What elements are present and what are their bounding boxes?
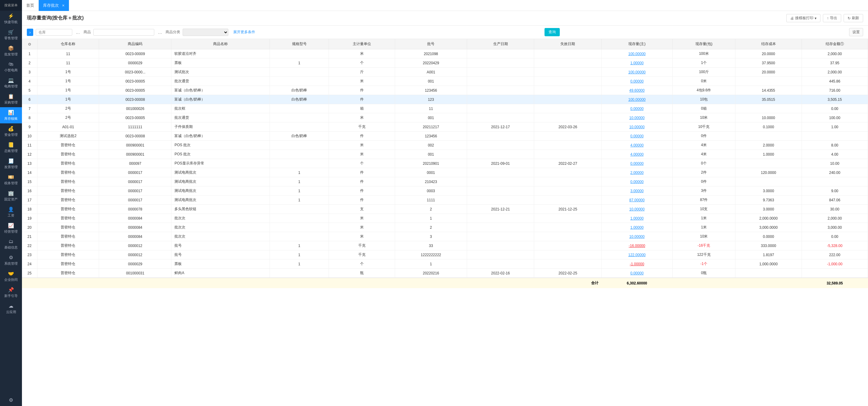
cell-unit-cost: 333.0000	[735, 241, 802, 250]
tab-home[interactable]: 首页	[22, 0, 39, 11]
sidebar-item-wholesale[interactable]: 📦 批发管理	[0, 43, 22, 59]
cell-batch: 001	[395, 77, 467, 86]
cell-qty-main[interactable]: 87.00000	[601, 196, 673, 205]
cell-qty-main[interactable]: 0.00000	[601, 159, 673, 168]
cell-qty-stock: 87件	[672, 196, 735, 205]
cell-batch: 0003	[395, 187, 467, 196]
cell-qty-main[interactable]: 2.00000	[601, 168, 673, 177]
refresh-button[interactable]: ↻ 刷新	[844, 14, 863, 22]
sidebar-item-basic[interactable]: 🗂 基础信息	[0, 236, 22, 252]
warehouse-input[interactable]	[36, 29, 72, 36]
print-button[interactable]: 🖨 接模板打印 ▾	[786, 14, 820, 22]
product-input[interactable]	[93, 29, 154, 36]
sidebar-item-ecom[interactable]: 💻 电商管理	[0, 75, 22, 91]
sidebar-item-asset[interactable]: 💰 资金管理	[0, 123, 22, 139]
sidebar-item-newbie[interactable]: 📌 新手引导	[0, 284, 22, 301]
cell-unit: 件	[329, 132, 395, 141]
cell-expire-date	[534, 104, 601, 113]
cell-qty-main[interactable]: 0.00000	[601, 77, 673, 86]
cell-qty-main[interactable]: 100.00000	[601, 95, 673, 104]
cell-qty-main[interactable]: 10.00000	[601, 113, 673, 123]
sidebar-item-general[interactable]: 📒 总账管理	[0, 139, 22, 156]
newbie-icon: 📌	[8, 287, 14, 293]
sidebar-search[interactable]: 搜索菜单	[0, 0, 22, 11]
sidebar-item-purchase[interactable]: 📋 采购管理	[0, 91, 22, 107]
sidebar-item-inventory[interactable]: 📊 库存核账	[0, 107, 22, 123]
cell-qty-main[interactable]: 0.00000	[601, 132, 673, 141]
sidebar-item-tax[interactable]: 💴 税务管理	[0, 172, 22, 188]
print-label: 接模板打印	[795, 15, 813, 21]
filter-nav-button[interactable]: ›	[27, 29, 33, 36]
cell-unit-cost: 0.1000	[735, 123, 802, 132]
cell-qty-main[interactable]: 1.00000	[601, 223, 673, 232]
cell-qty-main[interactable]: 0.00000	[601, 177, 673, 187]
sidebar-item-system[interactable]: ⚙ 系统管理	[0, 252, 22, 268]
cell-qty-main[interactable]: 10.00000	[601, 232, 673, 241]
tab-inventory-batch[interactable]: 库存批次 ✕	[39, 0, 69, 11]
cell-expire-date	[534, 77, 601, 86]
cell-warehouse: 测试选批2	[37, 132, 99, 141]
sidebar-item-fixed-asset[interactable]: 🏢 固定资产	[0, 188, 22, 204]
cell-warehouse: 普密特仓	[37, 177, 99, 187]
cell-batch: 002	[395, 141, 467, 150]
tab-close-icon[interactable]: ✕	[62, 4, 65, 7]
filter-dots-1: ...	[75, 30, 81, 35]
cell-qty-main[interactable]: 4.00000	[601, 150, 673, 159]
search-button[interactable]: 查询	[545, 28, 560, 36]
sidebar-item-retail[interactable]: 🛒 零售管理	[0, 27, 22, 43]
cell-qty-main[interactable]: 10.00000	[601, 123, 673, 132]
sidebar-item-collab[interactable]: 🤝 企业协同	[0, 268, 22, 284]
cell-qty-main[interactable]: 122.00000	[601, 250, 673, 260]
cell-product-code: 0000078	[99, 205, 172, 214]
cell-qty-main[interactable]: 10.00000	[601, 205, 673, 214]
cell-expire-date	[534, 241, 601, 250]
table-row: 23 普密特仓 0000012 批号 1 千克 1222222222 122.0…	[22, 250, 868, 260]
sidebar-item-small-ecom[interactable]: 🛍 小暂电商	[0, 59, 22, 75]
cell-spec	[270, 77, 329, 86]
cell-qty-main[interactable]: 100.00000	[601, 49, 673, 59]
col-qty-stock: 现存量(包)	[672, 39, 735, 49]
sidebar-item-invoice[interactable]: 🧾 发票管理	[0, 156, 22, 172]
table-row: 24 普密特仓 0000029 票板 1 个 1 -1.00000 -1个 1,…	[22, 260, 868, 269]
cell-qty-main[interactable]: -16.00000	[601, 241, 673, 250]
table-row: 6 1号 0023-00008 富诚（白色/奶棒） 白色/奶棒 件 123 10…	[22, 95, 868, 104]
cell-total-cost: -5,328.00	[802, 241, 868, 250]
general-icon: 📒	[8, 142, 14, 148]
cell-warehouse: 普密特仓	[37, 150, 99, 159]
cell-warehouse: 普密特仓	[37, 168, 99, 177]
cell-qty-main[interactable]: 49.60000	[601, 86, 673, 95]
cell-qty-main[interactable]: 0.00000	[601, 269, 673, 278]
cell-expire-date	[534, 223, 601, 232]
cell-expire-date	[534, 59, 601, 68]
cell-qty-main[interactable]: 4.00000	[601, 141, 673, 150]
cell-index: 14	[22, 168, 37, 177]
cell-total-cost: 9.00	[802, 187, 868, 196]
table-container: ⊙ 仓库名称 商品编码 商品名称 规格型号 主计量单位 批号 生产日期 失效日期…	[22, 39, 868, 406]
cell-product-code: 0000012	[99, 250, 172, 260]
export-button[interactable]: ↑ 导出	[823, 14, 841, 22]
cell-index: 9	[22, 123, 37, 132]
sidebar-item-cloud[interactable]: ☁ 云应用	[0, 301, 22, 317]
sidebar-label-system: 系统管理	[4, 261, 18, 266]
cell-qty-main[interactable]: 100.00000	[601, 68, 673, 77]
sidebar-label-asset: 资金管理	[4, 133, 18, 137]
cell-qty-main[interactable]: -1.00000	[601, 260, 673, 269]
sidebar-item-quick-nav[interactable]: ⚡ 快捷导航	[0, 11, 22, 27]
cell-index: 8	[22, 113, 37, 123]
settings-icon[interactable]: ⚙	[0, 394, 22, 406]
cell-spec: 1	[270, 187, 329, 196]
cell-product-name: 软胶道沿对齐	[172, 49, 270, 59]
cell-expire-date	[534, 150, 601, 159]
cell-qty-main[interactable]: 1.00000	[601, 214, 673, 223]
expand-conditions[interactable]: 展开更多条件	[233, 30, 255, 35]
cell-qty-main[interactable]: 3.00000	[601, 187, 673, 196]
cell-product-name: 多头黑色软链	[172, 205, 270, 214]
category-select[interactable]	[183, 29, 228, 36]
sidebar-item-ops[interactable]: 📈 经营管理	[0, 220, 22, 236]
cell-spec	[270, 159, 329, 168]
set-button[interactable]: 设置	[849, 28, 863, 36]
cell-qty-main[interactable]: 1.00000	[601, 59, 673, 68]
cell-qty-main[interactable]: 0.00000	[601, 104, 673, 113]
sidebar-item-hr[interactable]: 👤 工资	[0, 204, 22, 220]
cell-product-code: 0000017	[99, 177, 172, 187]
